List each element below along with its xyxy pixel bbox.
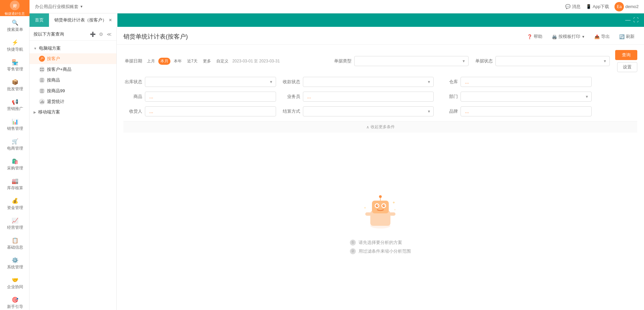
- collapse-panel-button[interactable]: ≪: [106, 31, 112, 38]
- sidebar-item-wholesale[interactable]: 📦 批发管理: [0, 75, 29, 95]
- breadcrumb-dropdown[interactable]: 办公用品行业模拟账套 ▼: [35, 4, 83, 10]
- main-area: 办公用品行业模拟账套 ▼ 💬 消息 📱 App下载 Ea demo2 首页: [30, 0, 644, 310]
- tab-close-icon[interactable]: ✕: [109, 18, 112, 22]
- refresh-button[interactable]: 🔄 刷新: [616, 32, 637, 41]
- filter-area: 单据日期 上月 本月 本年 近7天 更多 自定义 2023-03-01 至 20…: [117, 45, 644, 138]
- sidebar-item-label: 批发管理: [7, 86, 23, 92]
- date-tab-more[interactable]: 更多: [201, 58, 213, 65]
- tip-1-text: 请先选择要分析的方案: [359, 240, 402, 246]
- sidebar-item-basic[interactable]: 📋 基础信息: [0, 234, 29, 254]
- sidebar-item-marketing[interactable]: 📢 营销推广: [0, 95, 29, 115]
- tree-group-desktop[interactable]: ▼ 电脑端方案: [30, 43, 116, 53]
- payment-input[interactable]: ▼: [303, 106, 434, 116]
- right-content: 销货单统计计表(按客户) ❓ 帮助 🖨️ 按模板打印 ▼ 📤 导出: [117, 27, 644, 310]
- sidebar-item-retail[interactable]: 🏪 零售管理: [0, 56, 29, 75]
- date-tab-this-month[interactable]: 本月: [158, 58, 170, 65]
- finance-icon: 💰: [12, 198, 18, 204]
- date-tab-last-month[interactable]: 上月: [145, 58, 157, 65]
- out-status-label: 出库状态: [123, 79, 142, 85]
- svg-point-24: [384, 205, 385, 206]
- tip-2-text: 用过滤条件来缩小分析范围: [359, 248, 411, 254]
- date-tab-this-year[interactable]: 本年: [172, 58, 184, 65]
- edit-scheme-button[interactable]: ⚙: [98, 31, 104, 38]
- warehouse-dots-icon[interactable]: ...: [464, 79, 470, 85]
- export-button[interactable]: 📤 导出: [592, 32, 612, 41]
- sidebar-item-ecommerce[interactable]: 🛒 电商管理: [0, 135, 29, 155]
- tip-1-number: ①: [350, 240, 356, 246]
- product-input[interactable]: ...: [145, 92, 276, 102]
- brand-label: 品牌: [439, 108, 458, 114]
- phone-icon: 📱: [586, 4, 591, 9]
- tree-item-by-product[interactable]: 按商品: [30, 75, 116, 86]
- collapse-filter-button[interactable]: ∧ 收起更多条件: [123, 121, 637, 133]
- svg-rect-7: [40, 80, 44, 81]
- product-label: 商品: [123, 94, 142, 100]
- brand-input[interactable]: ...: [461, 106, 592, 116]
- left-panel-title: 按以下方案查询: [34, 31, 64, 37]
- sidebar-item-search[interactable]: 🔍 搜索菜单: [0, 16, 29, 36]
- empty-tips: ① 请先选择要分析的方案 ② 用过滤条件来缩小分析范围: [350, 240, 411, 254]
- print-button[interactable]: 🖨️ 按模板打印 ▼: [549, 32, 588, 41]
- query-button[interactable]: 查询: [615, 50, 637, 60]
- sidebar-item-guide[interactable]: 🎯 新手引导: [0, 293, 29, 310]
- sidebar-item-inventory[interactable]: 🏭 库存核算: [0, 174, 29, 194]
- collapse-label: 收起更多条件: [371, 124, 395, 130]
- tree-item-by-customer-product[interactable]: 按客户+商品: [30, 64, 116, 75]
- staff-input[interactable]: ...: [303, 92, 434, 102]
- header-left: 办公用品行业模拟账套 ▼: [35, 4, 83, 10]
- search-icon: 🔍: [12, 19, 18, 26]
- settings-button[interactable]: 设置: [617, 62, 637, 72]
- pay-status-input[interactable]: ▼: [303, 77, 434, 87]
- receiver-dots-icon[interactable]: ...: [148, 109, 155, 114]
- sidebar-item-quick-nav[interactable]: ⚡ 快捷导航: [0, 36, 29, 56]
- filter-item-receiver: 收货人 ...: [123, 106, 276, 116]
- tree-item-by-product-99[interactable]: 按商品99: [30, 86, 116, 96]
- tree-group-mobile[interactable]: ▶ 移动端方案: [30, 107, 116, 117]
- sidebar-item-system[interactable]: ⚙️ 系统管理: [0, 254, 29, 273]
- customer-product-scheme-icon: [39, 66, 45, 72]
- tree-item-by-customer[interactable]: 户 按客户: [30, 53, 116, 64]
- dept-input[interactable]: ▼: [461, 92, 592, 102]
- filter-row-4: 收货人 ... 结算方式 ▼ 品牌: [123, 106, 637, 116]
- basic-icon: 📋: [12, 237, 18, 244]
- sales-icon: 📊: [12, 118, 18, 125]
- doc-type-input[interactable]: ▼: [354, 56, 469, 66]
- add-scheme-button[interactable]: ➕: [89, 31, 96, 38]
- product99-scheme-icon: [39, 88, 45, 94]
- help-button[interactable]: ❓ 帮助: [524, 32, 545, 41]
- svg-rect-28: [389, 212, 395, 216]
- sidebar-logo[interactable]: 好 畅捷通好生意: [0, 0, 30, 16]
- message-button[interactable]: 💬 消息: [565, 4, 581, 10]
- svg-rect-8: [40, 81, 44, 82]
- enterprise-icon: 🤝: [12, 277, 18, 283]
- date-tab-last-7-days[interactable]: 近7天: [185, 58, 200, 65]
- sidebar-item-purchase[interactable]: 🛍️ 采购管理: [0, 155, 29, 174]
- tab-sales-stats[interactable]: 销货单统计计表（按客户） ✕: [49, 13, 117, 27]
- date-tab-custom[interactable]: 自定义: [214, 58, 230, 65]
- app-download-button[interactable]: 📱 App下载: [586, 4, 609, 10]
- sidebar-item-sales[interactable]: 📊 销售管理: [0, 115, 29, 135]
- dept-label: 部门: [439, 94, 458, 100]
- tab-minimize-icon[interactable]: —: [625, 17, 631, 23]
- receiver-input[interactable]: ...: [145, 106, 276, 116]
- tab-maximize-icon[interactable]: ⛶: [633, 17, 639, 23]
- svg-point-23: [377, 205, 378, 206]
- out-status-input[interactable]: ▼: [145, 77, 276, 87]
- staff-dots-icon[interactable]: ...: [306, 94, 313, 99]
- empty-tip-2: ② 用过滤条件来缩小分析范围: [350, 248, 411, 254]
- svg-text:✦: ✦: [394, 208, 396, 211]
- sidebar-item-finance[interactable]: 💰 资金管理: [0, 194, 29, 214]
- refresh-icon: 🔄: [619, 34, 625, 39]
- doc-status-input[interactable]: ▼: [495, 56, 610, 66]
- sidebar-item-enterprise[interactable]: 🤝 企业协同: [0, 273, 29, 293]
- tree-item-return-stats[interactable]: 退货统计: [30, 96, 116, 107]
- user-profile[interactable]: Ea demo2: [614, 2, 639, 11]
- warehouse-input[interactable]: ...: [461, 77, 592, 87]
- sidebar-item-operations[interactable]: 📈 经营管理: [0, 214, 29, 234]
- product-dots-icon[interactable]: ...: [148, 94, 155, 99]
- sidebar-item-label: 零售管理: [7, 66, 23, 72]
- brand-dots-icon[interactable]: ...: [464, 109, 470, 114]
- tab-home[interactable]: 首页: [30, 13, 49, 27]
- print-label: 按模板打印: [558, 34, 580, 40]
- empty-illustration: ✦ ✦ ✦: [360, 194, 400, 234]
